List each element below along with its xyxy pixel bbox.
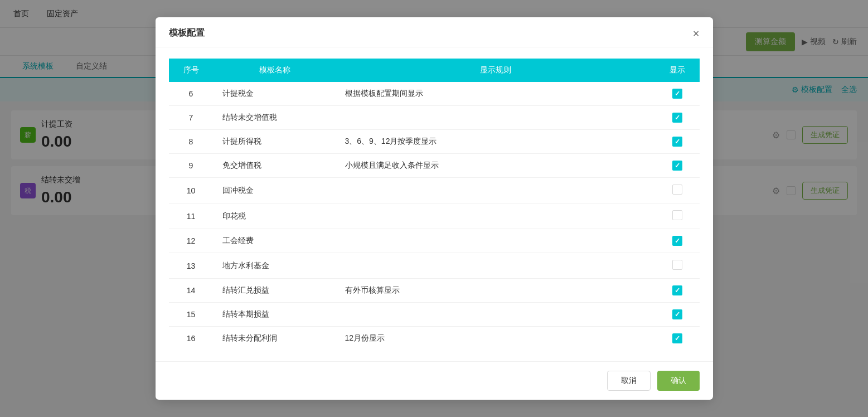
cell-rule: 3、6、9、12月按季度显示: [336, 130, 655, 154]
confirm-button[interactable]: 确认: [657, 371, 700, 391]
modal-overlay: 模板配置 × 序号 模板名称 显示规则 显示 6计提税金根据模板配置期间显示7结…: [0, 0, 868, 417]
cell-checkbox: [655, 82, 700, 106]
cell-name: 计提税金: [214, 82, 336, 106]
checkbox-row-10[interactable]: [672, 333, 682, 343]
cell-checkbox: [655, 178, 700, 203]
cell-checkbox: [655, 130, 700, 154]
cell-rule: [336, 203, 655, 229]
table-row: 16结转未分配利润12月份显示: [169, 327, 700, 351]
modal-close-button[interactable]: ×: [693, 28, 700, 39]
checkbox-row-9[interactable]: [672, 309, 682, 319]
config-table: 序号 模板名称 显示规则 显示 6计提税金根据模板配置期间显示7结转未交增值税8…: [169, 59, 700, 350]
table-row: 8计提所得税3、6、9、12月按季度显示: [169, 130, 700, 154]
cell-name: 结转未分配利润: [214, 327, 336, 351]
cell-rule: [336, 178, 655, 203]
table-row: 7结转未交增值税: [169, 106, 700, 130]
cell-seq: 9: [169, 154, 214, 178]
checkbox-row-8[interactable]: [672, 285, 682, 295]
cell-rule: 小规模且满足收入条件显示: [336, 154, 655, 178]
cell-seq: 11: [169, 203, 214, 229]
checkbox-row-2[interactable]: [672, 137, 682, 147]
cancel-button[interactable]: 取消: [607, 371, 651, 391]
cell-rule: 12月份显示: [336, 327, 655, 351]
cell-checkbox: [655, 279, 700, 303]
table-header: 序号 模板名称 显示规则 显示: [169, 59, 700, 82]
checkbox-row-6[interactable]: [672, 236, 682, 246]
table-row: 15结转本期损益: [169, 303, 700, 327]
table-row: 6计提税金根据模板配置期间显示: [169, 82, 700, 106]
cell-rule: 根据模板配置期间显示: [336, 82, 655, 106]
cell-name: 计提所得税: [214, 130, 336, 154]
cell-seq: 10: [169, 178, 214, 203]
cell-rule: [336, 229, 655, 253]
modal-template-config: 模板配置 × 序号 模板名称 显示规则 显示 6计提税金根据模板配置期间显示7结…: [156, 17, 713, 400]
cell-seq: 15: [169, 303, 214, 327]
col-seq: 序号: [169, 59, 214, 82]
cell-seq: 12: [169, 229, 214, 253]
cell-name: 回冲税金: [214, 178, 336, 203]
table-row: 10回冲税金: [169, 178, 700, 203]
table-body: 6计提税金根据模板配置期间显示7结转未交增值税8计提所得税3、6、9、12月按季…: [169, 82, 700, 350]
modal-header: 模板配置 ×: [156, 17, 713, 47]
cell-rule: [336, 253, 655, 279]
cell-seq: 14: [169, 279, 214, 303]
checkbox-row-5[interactable]: [672, 210, 682, 220]
cell-name: 结转汇兑损益: [214, 279, 336, 303]
cell-name: 结转未交增值税: [214, 106, 336, 130]
cell-checkbox: [655, 303, 700, 327]
modal-title: 模板配置: [169, 27, 205, 39]
cell-checkbox: [655, 154, 700, 178]
cell-checkbox: [655, 106, 700, 130]
cell-checkbox: [655, 327, 700, 351]
cell-rule: [336, 303, 655, 327]
col-display: 显示: [655, 59, 700, 82]
cell-name: 工会经费: [214, 229, 336, 253]
cell-rule: 有外币核算显示: [336, 279, 655, 303]
col-rule: 显示规则: [336, 59, 655, 82]
cell-seq: 8: [169, 130, 214, 154]
cell-name: 结转本期损益: [214, 303, 336, 327]
cell-seq: 13: [169, 253, 214, 279]
col-name: 模板名称: [214, 59, 336, 82]
table-row: 12工会经费: [169, 229, 700, 253]
table-row: 14结转汇兑损益有外币核算显示: [169, 279, 700, 303]
modal-footer: 取消 确认: [156, 361, 713, 400]
checkbox-row-4[interactable]: [672, 185, 682, 195]
checkbox-row-0[interactable]: [672, 89, 682, 99]
cell-checkbox: [655, 229, 700, 253]
cell-name: 印花税: [214, 203, 336, 229]
cell-checkbox: [655, 253, 700, 279]
cell-seq: 6: [169, 82, 214, 106]
checkbox-row-1[interactable]: [672, 113, 682, 123]
table-row: 11印花税: [169, 203, 700, 229]
cell-name: 地方水利基金: [214, 253, 336, 279]
checkbox-row-7[interactable]: [672, 260, 682, 270]
cell-rule: [336, 106, 655, 130]
cell-seq: 7: [169, 106, 214, 130]
checkbox-row-3[interactable]: [672, 161, 682, 171]
cell-seq: 16: [169, 327, 214, 351]
table-row: 13地方水利基金: [169, 253, 700, 279]
modal-body: 序号 模板名称 显示规则 显示 6计提税金根据模板配置期间显示7结转未交增值税8…: [156, 47, 713, 361]
cell-checkbox: [655, 203, 700, 229]
table-row: 9免交增值税小规模且满足收入条件显示: [169, 154, 700, 178]
cell-name: 免交增值税: [214, 154, 336, 178]
